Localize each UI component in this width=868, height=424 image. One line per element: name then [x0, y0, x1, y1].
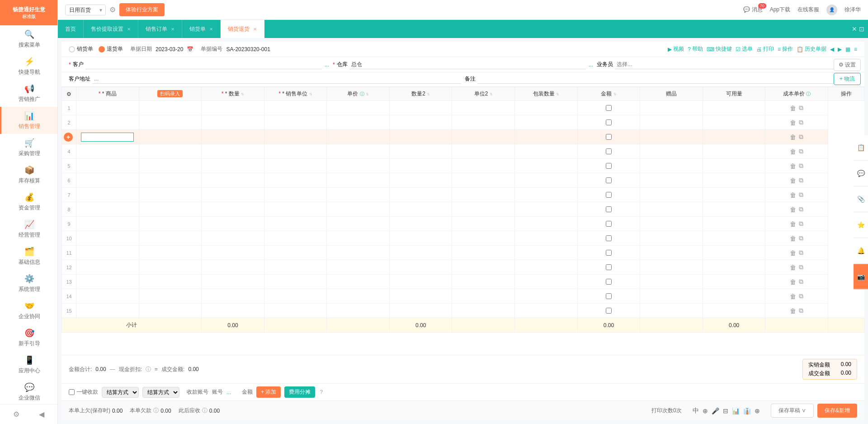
- product-cell[interactable]: [76, 304, 139, 318]
- tab-expand-icon[interactable]: ⊡: [859, 25, 864, 33]
- status-info-icon-3[interactable]: ⓘ: [202, 407, 208, 414]
- copy-row-icon[interactable]: ⧉: [799, 191, 803, 199]
- packqty-cell[interactable]: [452, 144, 515, 159]
- sidebar-settings-icon[interactable]: ⚙: [13, 410, 19, 419]
- amount-cell[interactable]: [515, 304, 578, 318]
- copy-row-icon[interactable]: ⧉: [799, 220, 803, 228]
- copy-row-icon[interactable]: ⧉: [799, 292, 803, 300]
- qty-cell[interactable]: [139, 202, 202, 217]
- qty2-cell[interactable]: [327, 217, 390, 231]
- qty-cell[interactable]: [139, 159, 202, 173]
- radio-sale[interactable]: 销货单: [69, 45, 93, 53]
- calendar-icon[interactable]: 📅: [187, 46, 193, 52]
- one-key-pay-checkbox[interactable]: 一键收款: [69, 388, 98, 396]
- save-draft-arrow[interactable]: ∨: [802, 407, 806, 414]
- tab-price-extract-close[interactable]: ✕: [127, 27, 131, 32]
- price-cell[interactable]: [264, 144, 327, 159]
- amount-cell[interactable]: [515, 101, 578, 115]
- available-cell[interactable]: [640, 304, 703, 318]
- app-download-link[interactable]: App下载: [770, 6, 790, 14]
- gift-checkbox[interactable]: [606, 134, 612, 140]
- right-panel-comment[interactable]: 💬: [854, 161, 868, 186]
- price-cell[interactable]: [264, 275, 327, 289]
- qty-cell[interactable]: [139, 289, 202, 304]
- product-cell[interactable]: [76, 231, 139, 246]
- sidebar-item-newguide[interactable]: 🎯 新手引导: [0, 324, 57, 351]
- sidebar-item-operation[interactable]: 📈 经营管理: [0, 215, 57, 243]
- available-cell[interactable]: [640, 202, 703, 217]
- grid-view-icon[interactable]: ▦: [845, 46, 850, 52]
- copy-row-icon[interactable]: ⧉: [799, 104, 803, 112]
- available-cell[interactable]: [640, 101, 703, 115]
- available-cell[interactable]: [640, 275, 703, 289]
- available-cell[interactable]: [640, 260, 703, 275]
- unit-cell[interactable]: [202, 304, 264, 318]
- packqty-cell[interactable]: [452, 289, 515, 304]
- amount-sort-icon[interactable]: ⇅: [613, 92, 617, 96]
- taskbar-icon-6[interactable]: 👔: [743, 407, 751, 414]
- qty2-cell[interactable]: [327, 159, 390, 173]
- available-cell[interactable]: [640, 173, 703, 188]
- warehouse-dots-btn[interactable]: ...: [589, 62, 593, 68]
- unit-cell[interactable]: [202, 173, 264, 188]
- right-panel-notes[interactable]: 📋: [854, 135, 868, 160]
- cost-price-cell[interactable]: [703, 101, 765, 115]
- qty-cell[interactable]: [139, 304, 202, 318]
- copy-row-icon[interactable]: ⧉: [799, 148, 803, 155]
- product-cell[interactable]: [76, 101, 139, 115]
- available-cell[interactable]: [640, 144, 703, 159]
- user-avatar[interactable]: 👤: [826, 5, 837, 15]
- unit2-cell[interactable]: [389, 173, 452, 188]
- unit2-cell[interactable]: [389, 130, 452, 144]
- add-row-btn[interactable]: +: [64, 133, 73, 142]
- copy-row-icon[interactable]: ⧉: [799, 249, 803, 257]
- amount-cell[interactable]: [515, 188, 578, 202]
- price-cell[interactable]: [264, 188, 327, 202]
- sidebar-item-wechat[interactable]: 💬 企业微信: [0, 378, 57, 404]
- delete-row-icon[interactable]: 🗑: [790, 206, 796, 213]
- unit-cell[interactable]: [202, 159, 264, 173]
- qty2-cell[interactable]: [327, 188, 390, 202]
- cost-price-cell[interactable]: [703, 173, 765, 188]
- amount-cell[interactable]: [515, 260, 578, 275]
- industry-select[interactable]: 日用百货: [65, 5, 106, 15]
- unit2-cell[interactable]: [389, 289, 452, 304]
- unit-cell[interactable]: [202, 231, 264, 246]
- tab-sales-return[interactable]: 销货退货 ✕: [221, 20, 264, 38]
- available-cell[interactable]: [640, 217, 703, 231]
- tab-close-all-icon[interactable]: ✕: [852, 25, 857, 33]
- remark-input[interactable]: [477, 74, 857, 84]
- price-cell[interactable]: [264, 173, 327, 188]
- available-cell[interactable]: [640, 289, 703, 304]
- expense-split-btn[interactable]: 费用分摊: [284, 386, 315, 398]
- qty2-cell[interactable]: [327, 144, 390, 159]
- unit-cell[interactable]: [202, 144, 264, 159]
- unit-cell[interactable]: [202, 130, 264, 144]
- amount-cell[interactable]: [515, 144, 578, 159]
- customer-input[interactable]: [85, 60, 322, 69]
- product-cell[interactable]: [76, 115, 139, 130]
- save-new-btn[interactable]: 保存&新增: [817, 404, 857, 418]
- qty2-cell[interactable]: [327, 231, 390, 246]
- settle-method-select[interactable]: 结算方式: [102, 387, 139, 398]
- right-panel-attachment[interactable]: 📎: [854, 186, 868, 212]
- price-cell[interactable]: [264, 231, 327, 246]
- price-cell[interactable]: [264, 130, 327, 144]
- gift-checkbox[interactable]: [606, 264, 612, 270]
- qty2-cell[interactable]: [327, 304, 390, 318]
- delete-row-icon[interactable]: 🗑: [790, 264, 796, 271]
- gift-checkbox[interactable]: [606, 308, 612, 314]
- unit2-cell[interactable]: [389, 246, 452, 260]
- amount-cell[interactable]: [515, 217, 578, 231]
- sidebar-item-marketing[interactable]: 📢 营销推广: [0, 80, 57, 107]
- gift-checkbox[interactable]: [606, 293, 612, 299]
- available-cell[interactable]: [640, 246, 703, 260]
- delete-row-icon[interactable]: 🗑: [790, 235, 796, 242]
- copy-row-icon[interactable]: ⧉: [799, 278, 803, 286]
- price-cell[interactable]: [264, 260, 327, 275]
- nav-next-icon[interactable]: ▶: [838, 46, 842, 52]
- unit2-cell[interactable]: [389, 159, 452, 173]
- qty-cell[interactable]: [139, 144, 202, 159]
- packqty-sort-icon[interactable]: ⇅: [556, 92, 559, 96]
- taskbar-icon-2[interactable]: ⊕: [703, 407, 708, 414]
